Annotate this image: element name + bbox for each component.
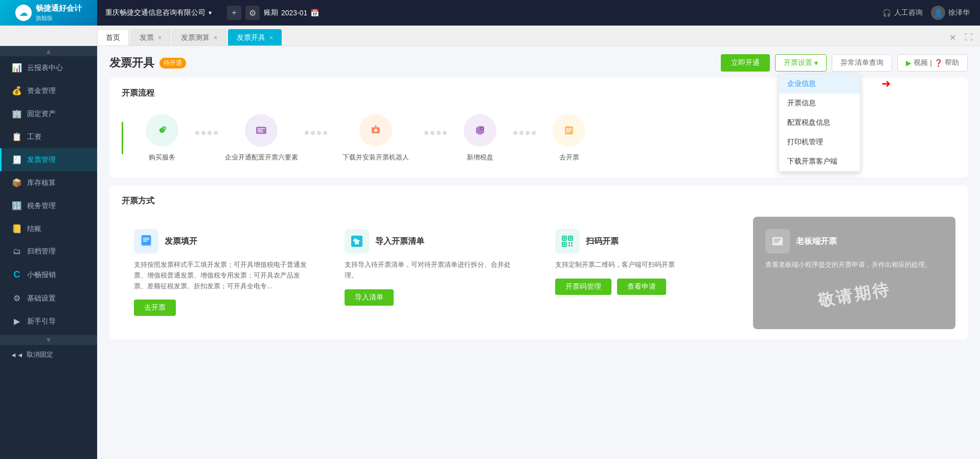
abnormal-list-label: 异常清单查询 <box>840 58 883 67</box>
tab-issue[interactable]: 发票开具 × <box>228 29 282 45</box>
help-circle-icon: ❓ <box>934 59 943 67</box>
sidebar-item-jiezhang-label: 结账 <box>27 224 41 234</box>
period-info: 账期 2023-01 📅 <box>264 8 319 17</box>
tax-icon: 🔢 <box>12 201 22 211</box>
methods-section-title: 开票方式 <box>122 196 955 206</box>
tab-calc-label: 发票测算 <box>181 33 210 42</box>
content-area: 发票开具 待开通 立即开通 开票设置 ▾ 异常清单查询 ▶ 视频 | ❓ 帮助 <box>97 46 980 459</box>
process-step-1: + 购买服务 <box>131 114 193 162</box>
company-selector[interactable]: 重庆畅捷交通信息咨询有限公司 ▾ <box>97 8 223 17</box>
scroll-up-btn[interactable]: ▲ <box>0 46 97 56</box>
process-step-4[interactable]: + 新增税盘 <box>449 114 511 162</box>
sidebar-item-fapiao-label: 发票管理 <box>27 155 56 165</box>
sidebar-item-gudingzichan[interactable]: 🏢 固定资产 <box>0 102 97 125</box>
sidebar-item-xinshouyindao-label: 新手引导 <box>27 317 56 326</box>
sidebar-item-kucun[interactable]: 📦 库存核算 <box>0 171 97 194</box>
methods-grid: 发票填开 支持按照发票样式手工填开发票；可开具增值税电子普通发票、增值税普通发票… <box>122 217 955 329</box>
sidebar-item-shuiwu[interactable]: 🔢 税务管理 <box>0 194 97 217</box>
scroll-down-btn[interactable]: ▼ <box>0 335 97 345</box>
invoice-info-label: 开票信息 <box>787 99 816 107</box>
add-button[interactable]: + <box>227 6 241 20</box>
chevron-down-icon: ▾ <box>209 9 212 16</box>
method-fill-icon <box>134 229 158 254</box>
process-step-2[interactable]: 企业开通配置开票六要素 <box>220 114 302 162</box>
pin-icon: ◄◄ <box>10 351 24 359</box>
svg-rect-31 <box>563 237 565 239</box>
method-boss-icon <box>765 229 790 254</box>
methods-section: 开票方式 <box>109 186 968 339</box>
settings-dropdown-button[interactable]: 开票设置 ▾ <box>775 54 827 72</box>
process-step-5-label: 去开票 <box>559 153 579 162</box>
view-apply-button[interactable]: 查看申请 <box>617 279 666 295</box>
go-invoice-button[interactable]: 去开票 <box>134 300 176 316</box>
dropdown-item-printer[interactable]: 打印机管理 <box>779 132 860 152</box>
svg-rect-23 <box>142 235 151 245</box>
dropdown-item-tax-disk[interactable]: 配置税盘信息 <box>779 113 860 132</box>
process-step-5[interactable]: 去开票 <box>538 114 600 162</box>
user-info[interactable]: 👤 徐泽华 <box>931 6 970 20</box>
dropdown-item-download-client[interactable]: 下载开票客户端 <box>779 152 860 171</box>
period-value: 2023-01 <box>281 9 307 17</box>
header-right: 🎧 人工咨询 👤 徐泽华 <box>882 6 980 20</box>
sidebar-item-xiaochang-label: 小畅报销 <box>27 270 56 280</box>
process-arrow-4 <box>513 131 536 145</box>
process-step-4-icon: + <box>464 114 496 147</box>
sidebar-item-zijin[interactable]: 💰 资金管理 <box>0 79 97 102</box>
process-green-bar <box>122 122 123 154</box>
chevron-down-icon: ▾ <box>814 59 818 67</box>
dropdown-item-company-info[interactable]: 企业信息 ➜ <box>779 74 860 94</box>
tab-home[interactable]: 首页 <box>97 29 129 45</box>
tab-issue-close-icon[interactable]: × <box>269 34 273 41</box>
sidebar-item-fapiao[interactable]: 🧾 发票管理 <box>0 148 97 171</box>
method-scan-title: 扫码开票 <box>586 236 619 247</box>
method-import-title: 导入开票清单 <box>375 236 424 247</box>
top-header: ☁ 畅捷通好会计 旗舰版 重庆畅捷交通信息咨询有限公司 ▾ + ⚙ 账期 202… <box>0 0 980 26</box>
cancel-fixed-btn[interactable]: ◄◄ 取消固定 <box>0 345 97 364</box>
play-icon: ▶ <box>12 316 22 326</box>
logo-sub: 旗舰版 <box>36 14 82 22</box>
download-client-label: 下载开票客户端 <box>787 157 837 165</box>
tab-calc-close-icon[interactable]: × <box>214 34 217 41</box>
sidebar-item-xinshouyindao[interactable]: ▶ 新手引导 <box>0 310 97 333</box>
abnormal-list-button[interactable]: 异常清单查询 <box>832 54 892 72</box>
logo-text: 畅捷通好会计 <box>36 4 82 13</box>
sidebar-item-jiezhang[interactable]: 📒 结账 <box>0 217 97 240</box>
tab-invoice-close-icon[interactable]: × <box>158 34 162 41</box>
maximize-icon[interactable]: ⛶ <box>963 31 975 43</box>
consult-button[interactable]: 🎧 人工咨询 <box>882 8 923 17</box>
close-window-icon[interactable]: ✕ <box>946 31 959 43</box>
svg-rect-35 <box>571 242 573 244</box>
sidebar-item-guidang[interactable]: 🗂 归档管理 <box>0 240 97 263</box>
logo-area: ☁ 畅捷通好会计 旗舰版 <box>0 0 97 26</box>
sidebar-item-yunbao[interactable]: 📊 云报表中心 <box>0 56 97 79</box>
sidebar-item-jichushezhi[interactable]: ⚙ 基础设置 <box>0 287 97 310</box>
sidebar-item-gongzi[interactable]: 📋 工资 <box>0 125 97 148</box>
method-boss-title: 老板端开票 <box>796 236 837 247</box>
headset-icon: 🎧 <box>882 9 891 17</box>
video-label[interactable]: 视频 <box>914 58 928 67</box>
dropdown-item-invoice-info[interactable]: 开票信息 <box>779 94 860 113</box>
video-help-group: ▶ 视频 | ❓ 帮助 <box>897 54 968 72</box>
book-icon: 📒 <box>12 224 22 234</box>
process-step-3[interactable]: 下载并安装开票机器人 <box>330 114 422 162</box>
qr-manage-button[interactable]: 开票码管理 <box>555 279 611 295</box>
svg-rect-38 <box>772 237 783 245</box>
cancel-fixed-label: 取消固定 <box>27 350 53 359</box>
chart-icon: 📊 <box>12 63 22 73</box>
import-list-button[interactable]: 导入清单 <box>345 289 394 306</box>
settings-icon[interactable]: ⚙ <box>245 6 260 20</box>
receipt-icon: 🧾 <box>12 155 22 165</box>
page-header: 发票开具 待开通 立即开通 开票设置 ▾ 异常清单查询 ▶ 视频 | ❓ 帮助 <box>97 46 980 78</box>
main-layout: ▲ 📊 云报表中心 💰 资金管理 🏢 固定资产 📋 工资 🧾 发票管理 📦 库存… <box>0 46 980 459</box>
folder-icon: 🗂 <box>12 247 22 256</box>
methods-section-inner: 开票方式 <box>109 186 968 339</box>
process-step-2-icon <box>245 114 278 147</box>
tab-invoice[interactable]: 发票 × <box>131 29 170 45</box>
tab-calc[interactable]: 发票测算 × <box>172 29 226 45</box>
process-arrow-1 <box>195 131 218 145</box>
process-step-1-icon: + <box>146 114 178 147</box>
activate-button[interactable]: 立即开通 <box>721 54 770 72</box>
svg-rect-34 <box>568 242 570 244</box>
sidebar-item-xiaochang[interactable]: C 小畅报销 <box>0 263 97 287</box>
help-label[interactable]: 帮助 <box>945 58 959 67</box>
